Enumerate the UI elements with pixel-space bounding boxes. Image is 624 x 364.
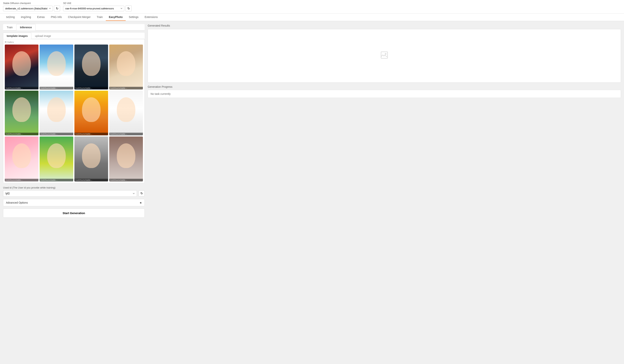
subtab-inference[interactable]: Inference [16,24,35,30]
tab-img2img[interactable]: img2img [18,14,34,21]
user-id-label: Used id (The User id you provide while t… [3,186,145,189]
refresh-icon: ↻ [56,7,58,10]
tab-easyphoto[interactable]: EasyPhoto [106,14,126,21]
tab-upload-image[interactable]: upload image [31,33,55,39]
vae-select[interactable]: vae-ft-mse-840000-ema-pruned.safetensors [63,6,124,11]
result-placeholder-icon [381,51,388,60]
image-grid: /root/zhoumo/stable-... /root/zhoumo/sta… [5,45,143,181]
checkpoint-dropdown-row: deliberate_v2.safetensors [9aba26abdf] ↻ [3,5,60,11]
advanced-options-header[interactable]: Advanced Options ◄ [3,199,144,206]
generated-results-box [148,29,621,83]
image-path-11: /root/zhoumo/stable-... [75,179,108,181]
template-tabs: template images upload image [3,33,145,39]
tab-extras[interactable]: Extras [34,14,48,21]
list-item[interactable]: /root/zhoumo/stable-... [40,91,73,136]
no-task-text: No task currently [151,92,171,96]
advanced-options-arrow-icon: ◄ [139,201,142,204]
vae-section: SD VAE vae-ft-mse-840000-ema-pruned.safe… [63,2,132,11]
list-item[interactable]: /root/zhoumo/stable-... [109,137,143,181]
list-item[interactable]: /root/zhoumo/stable-... [5,45,38,90]
svg-point-1 [385,53,386,54]
image-path-12: /root/zhoumo/stable-... [109,179,143,181]
image-path-9: /root/zhoumo/stable-... [5,179,38,181]
image-path-7: /root/zhoumo/stable-... [75,133,108,135]
list-item[interactable]: /root/zhoumo/stable-... [75,137,108,181]
vae-label: SD VAE [63,2,132,5]
list-item[interactable]: /root/zhoumo/stable-... [109,45,143,90]
start-generation-button[interactable]: Start Generation [3,209,145,218]
user-id-select[interactable]: lyf2 [3,190,137,197]
tab-train[interactable]: Train [94,14,106,21]
tab-settings[interactable]: Settings [126,14,142,21]
image-path-6: /root/zhoumo/stable-... [40,133,73,135]
checkpoint-label: Stable Diffusion checkpoint [3,2,60,5]
checkpoint-section: Stable Diffusion checkpoint deliberate_v… [3,2,60,11]
vae-refresh-button[interactable]: ↻ [126,5,132,11]
gallery-label: ⊞ Gallery [5,41,14,43]
checkpoint-select[interactable]: deliberate_v2.safetensors [9aba26abdf] [3,6,53,11]
user-id-section: Used id (The User id you provide while t… [3,186,145,197]
generation-progress-label: Generation Progress [148,85,621,88]
vae-dropdown-row: vae-ft-mse-840000-ema-pruned.safetensors… [63,5,132,11]
list-item[interactable]: /root/zhoumo/stable-... [5,91,38,136]
top-bar: Stable Diffusion checkpoint deliberate_v… [0,0,624,14]
image-path-10: /root/zhoumo/stable-... [40,179,73,181]
nav-tabs: txt2img img2img Extras PNG Info Checkpoi… [0,14,624,21]
svg-rect-0 [381,52,388,58]
image-path-1: /root/zhoumo/stable-... [5,87,38,90]
list-item[interactable]: /root/zhoumo/stable-... [109,91,143,136]
user-id-refresh-button[interactable]: ↻ [138,190,145,196]
image-path-5: /root/zhoumo/stable-... [5,133,38,135]
image-path-8: /root/zhoumo/stable-... [109,133,143,135]
generation-progress-box: No task currently [148,90,621,98]
vae-refresh-icon: ↻ [128,7,130,10]
image-gallery-container: ⊞ Gallery /root/zhoumo/stable-... /root/… [3,39,145,183]
list-item[interactable]: /root/zhoumo/stable-... [40,137,73,181]
image-path-4: /root/zhoumo/stable-... [109,87,143,90]
right-panel: Generated Results Generation Progress No… [148,24,621,218]
checkpoint-refresh-button[interactable]: ↻ [54,5,60,11]
tab-template-images[interactable]: template images [3,33,31,39]
advanced-options-label: Advanced Options [6,201,28,204]
user-id-refresh-icon: ↻ [140,192,143,195]
list-item[interactable]: /root/zhoumo/stable-... [40,45,73,90]
sub-tabs: Train Inference [3,24,145,30]
main-content: Train Inference template images upload i… [0,21,624,221]
user-id-row: lyf2 ↻ [3,190,145,197]
image-path-3: /root/zhoumo/stable-... [75,87,108,90]
tab-checkpoint-merger[interactable]: Checkpoint Merger [65,14,94,21]
tab-txt2img[interactable]: txt2img [3,14,18,21]
left-panel: Train Inference template images upload i… [3,24,145,218]
list-item[interactable]: /root/zhoumo/stable-... [5,137,38,181]
tab-extensions[interactable]: Extensions [142,14,161,21]
gallery-grid-icon: ⊞ [5,41,6,43]
generated-results-label: Generated Results [148,24,621,27]
list-item[interactable]: /root/zhoumo/stable-... [75,45,108,90]
tab-png-info[interactable]: PNG Info [48,14,65,21]
subtab-train[interactable]: Train [3,24,16,30]
list-item[interactable]: /root/zhoumo/stable-... [75,91,108,136]
image-path-2: /root/zhoumo/stable-... [40,87,73,90]
advanced-options: Advanced Options ◄ [3,199,145,206]
